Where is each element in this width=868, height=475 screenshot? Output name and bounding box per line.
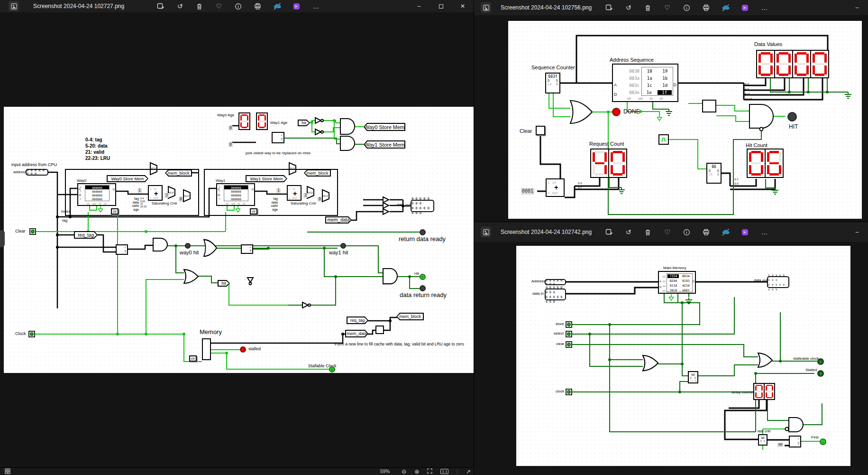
minimize-button[interactable]: – (850, 222, 864, 242)
clipchamp-icon[interactable] (741, 228, 749, 236)
store-label: store (556, 322, 564, 326)
rotate-icon[interactable]: ↺ (624, 228, 632, 236)
print-icon[interactable] (702, 4, 710, 12)
titlebar: Screenshot 2024-04-24 102756.png ↺ ♡ … – (474, 0, 868, 15)
more-icon[interactable]: … (760, 4, 768, 12)
zoom-out-icon[interactable]: ⊖ (402, 468, 406, 475)
onedrive-icon[interactable] (722, 228, 730, 236)
data-out-label: data out (397, 203, 411, 207)
way1-label: Way1 (216, 179, 225, 183)
saturating-cntr-label: Saturating Cntr (291, 202, 316, 206)
memory-subcircuit (202, 338, 211, 360)
stalleable-clock-pin: 0 (817, 358, 824, 365)
hit-output-pin: 0 (420, 274, 426, 280)
close-button[interactable]: ✕ (452, 0, 474, 12)
way1-ram: 0123 000000 000000 000000 000000 A D D s… (216, 183, 255, 206)
stalled-label: stalled (248, 347, 261, 352)
way0-age-display (238, 112, 250, 130)
way0-hit-label: way0 hit (180, 250, 199, 255)
fullscreen-icon[interactable]: ↗ (466, 468, 471, 475)
edit-image-icon[interactable] (605, 228, 613, 236)
clear-button (536, 126, 545, 135)
way0-hit-led (185, 243, 191, 249)
clipchamp-icon[interactable] (741, 4, 749, 12)
clear-label: Clear (520, 128, 532, 134)
fill-selector (375, 326, 384, 334)
onedrive-icon[interactable] (273, 2, 281, 10)
circuit-canvas-cache: Way0 Age Way1 Age 0 0 hit >=< Way0 Store… (4, 107, 474, 373)
sequence-counter-label: Sequence Counter (531, 65, 575, 70)
request-count-display (590, 149, 627, 178)
gallery-icon[interactable] (5, 467, 10, 475)
zoom-in-icon[interactable]: ⊕ (414, 468, 419, 475)
last-cntr-label: last cntr (758, 429, 771, 434)
const-00: 00 (777, 443, 783, 447)
print-icon[interactable] (702, 228, 710, 236)
minimize-button[interactable]: – (850, 0, 864, 15)
clock-pin: 0 (28, 331, 35, 337)
hit-count-label: Hit Count (746, 142, 767, 148)
rotate-icon[interactable]: ↺ (624, 4, 632, 12)
photos-app-icon (9, 1, 19, 11)
maximize-button[interactable] (430, 0, 452, 12)
print-icon[interactable] (254, 2, 262, 10)
first-pin: 1 (820, 438, 826, 445)
more-icon[interactable]: … (312, 2, 320, 10)
mem-data-tunnel-2: mem_data (345, 330, 368, 337)
const-0: 0 (179, 197, 183, 202)
delete-icon[interactable] (644, 4, 652, 12)
more-icon[interactable]: … (760, 228, 768, 236)
select-label: select (554, 332, 564, 336)
info-icon[interactable] (683, 228, 691, 236)
way1-clr-button: clr (250, 208, 257, 214)
req-tag-tunnel-2: req_tag (347, 317, 368, 324)
rotate-icon[interactable]: ↺ (176, 2, 184, 10)
line-fields: tagdatavalidage (265, 197, 278, 212)
mem-block-tunnel-2: mem_block (396, 313, 424, 320)
mux-label: MUX (323, 195, 328, 197)
form-note: Form a new line to fill cache with data,… (335, 342, 464, 346)
info-icon[interactable] (683, 4, 691, 12)
favorite-icon[interactable]: ♡ (663, 4, 671, 12)
input-address-note: input address from CPU (11, 163, 57, 168)
way1-tag-comparator: >=< (241, 244, 253, 254)
way0-age-label: Way0 Age (217, 113, 234, 118)
hit-count-display (747, 149, 784, 178)
onedrive-icon[interactable] (722, 4, 730, 12)
way1-sat-adder: c in + c out (287, 185, 302, 201)
one-to-one-icon[interactable]: 1:1 (440, 469, 448, 474)
minimize-button[interactable]: – (408, 0, 430, 12)
stalleable-clock-label: stalleable clock (793, 357, 819, 361)
fit-screen-icon[interactable] (427, 468, 432, 475)
favorite-icon[interactable]: ♡ (663, 228, 671, 236)
memory-clr-button: clr (189, 355, 197, 362)
return-data-ready-led (420, 229, 426, 235)
clipchamp-icon[interactable] (292, 2, 301, 10)
legend-line: 0-4: tag (85, 137, 102, 142)
prev-image-handle[interactable] (0, 230, 5, 247)
way1-store-mem-tunnel: Way1 Store Mem (246, 175, 287, 182)
way1-age-label: Way1 Age (270, 121, 287, 125)
window-title: Screenshot 2024-04-24 102742.png (501, 229, 592, 235)
info-icon[interactable] (234, 2, 242, 10)
index-label: index (61, 210, 70, 214)
clear-label: clear (556, 342, 564, 346)
data-values-display (756, 50, 829, 78)
edit-image-icon[interactable] (156, 2, 164, 10)
favorite-icon[interactable]: ♡ (215, 2, 223, 10)
first-label: First (811, 436, 819, 440)
stalled-label: Stalled (805, 368, 817, 373)
stalled-pin: 0 (817, 370, 824, 377)
const-3: 3 (164, 193, 169, 198)
edit-image-icon[interactable] (605, 4, 613, 12)
line-fields: tagdatavalidage (127, 197, 139, 212)
delete-icon[interactable] (195, 2, 203, 10)
titlebar: Screenshot 2024-04-24 102727.png ↺ ♡ … –… (0, 0, 474, 12)
photos-app-icon (481, 2, 491, 13)
photos-app-icon (481, 227, 491, 237)
way1-store-mem-output: Way1 Store Mem (364, 140, 405, 149)
delete-icon[interactable] (644, 228, 652, 236)
req-tag-tunnel: req_tag (74, 231, 98, 239)
request-count-label: Request Count (589, 141, 624, 147)
legend-line: 5-20: data (85, 143, 108, 149)
